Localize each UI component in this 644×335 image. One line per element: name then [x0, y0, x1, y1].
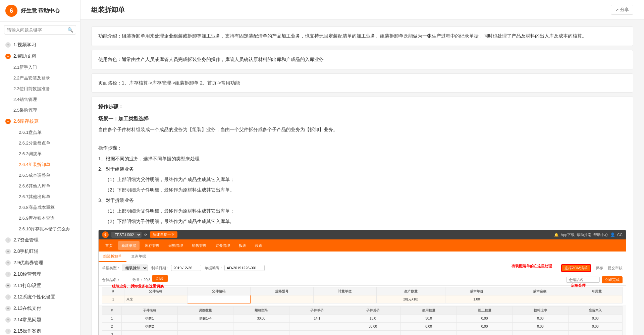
sidebar-item-partial-stocktake[interactable]: 2.6.2分量盘点单: [0, 138, 80, 149]
ss-num-input[interactable]: [224, 265, 265, 271]
ss-col-cost-amt: 成本金额: [508, 287, 571, 295]
role-text: 使用角色：通常由生产人员或库管人员完成拆装业务的操作，库管人员确认原材料的出库和…: [98, 57, 324, 62]
sidebar-item-label: 2.帮助文档: [13, 53, 36, 59]
ss-new-bill-btn[interactable]: 新建单据一下: [150, 231, 177, 238]
sidebar-item-newbie[interactable]: 2.1新手入门: [0, 62, 80, 73]
sidebar-item-personalize[interactable]: + 2.12系统个性化设置: [0, 291, 80, 303]
sidebar-item-label: 2.6库存核算: [13, 118, 39, 124]
sidebar-item-print[interactable]: + 2.11打印设置: [0, 280, 80, 291]
expand-icon9: +: [5, 317, 11, 323]
ss-bom-btn[interactable]: 选择BOM清单: [561, 264, 591, 272]
ss-tab-assembly[interactable]: 组装拆卸单: [99, 252, 126, 262]
ss-date-input[interactable]: [171, 265, 201, 271]
sidebar-item-transfer[interactable]: 2.6.3调拨单: [0, 149, 80, 159]
sidebar-item-other-in[interactable]: 2.6.6其他入库单: [0, 181, 80, 191]
screenshot-container: 6 TEST-H002 ⟳ 新建单据一下 🔔 App下载 帮助指南 帮助中心 👤: [98, 230, 626, 335]
sidebar-item-cases[interactable]: + 2.15操作案例: [0, 326, 80, 335]
ss-tab-other[interactable]: 查询单据: [126, 252, 151, 262]
ss-sub-col-actual: 实际M入: [568, 306, 622, 314]
ss-col-cost-price: 成本单价: [445, 287, 508, 295]
main-header: 组装拆卸单 ↗ 分享: [80, 0, 644, 20]
sidebar-item-help[interactable]: − 2.帮助文档: [0, 51, 80, 62]
search-input[interactable]: [7, 27, 67, 33]
ss-nav-finance[interactable]: 财务管理: [212, 241, 233, 250]
ss-cell-prod-qty: 20(元+10): [376, 295, 445, 303]
sidebar-item-label: 2.13在线支付: [13, 305, 41, 312]
sidebar-item-other-out[interactable]: 2.6.7其他出库单: [0, 191, 80, 202]
expand-icon7: +: [5, 294, 11, 300]
ss-date-field: 制单日期：: [151, 265, 201, 271]
sidebar-item-faq[interactable]: + 2.14常见问题: [0, 314, 80, 326]
screenshot-inner: 6 TEST-H002 ⟳ 新建单据一下 🔔 App下载 帮助指南 帮助中心 👤: [99, 230, 626, 335]
step2-sub1: （1）上部明细为父件明细，最终作为产成品生成其它入库单；: [105, 175, 626, 184]
ss-sub-col-use-qty: 使用数量: [401, 306, 457, 314]
ss-app-link[interactable]: App下载: [561, 232, 575, 238]
intro-card: 功能介绍：组装拆卸单用来处理企业组装或拆卸等加工业务，支持有固定装配清单的产品加…: [91, 26, 633, 46]
step3-sub2: （2）下部明细为子件明细，最终作为产成品生成其它入库单。: [105, 217, 626, 226]
ss-type-toggle-btn[interactable]: 组装: [152, 275, 168, 282]
ss-nav-report[interactable]: 报表: [235, 241, 250, 250]
ss-nav-inventory[interactable]: 库存管理: [142, 241, 163, 250]
sidebar-item-label: 2.8手机旺辅: [13, 248, 39, 255]
sidebar-item-sales[interactable]: 2.4销售管理: [0, 94, 80, 105]
callout-bom-arrow: →: [569, 264, 574, 272]
sidebar-item-cost-recalc[interactable]: 2.6.8商品成本重算: [0, 202, 80, 213]
sidebar-item-ledger-fix[interactable]: 2.6.10库存账本错了怎么办: [0, 224, 80, 234]
sidebar-item-data[interactable]: 2.3使用前数据准备: [0, 83, 80, 94]
sidebar-item-purchase[interactable]: 2.5采购管理: [0, 105, 80, 116]
sidebar-item-coupon[interactable]: + 2.9优惠券管理: [0, 257, 80, 269]
ss-type-field: 单据类型： 组装拆卸: [102, 265, 148, 271]
ss-topbar-right: 🔔 App下载 帮助指南 帮助中心 👤 CC: [554, 231, 623, 238]
ss-cell-unit: [313, 295, 376, 303]
ss-company-select[interactable]: TEST-H002: [111, 232, 142, 238]
ss-guide-link[interactable]: 帮助指南: [577, 232, 591, 238]
path-text: 页面路径：1、库存核算->库存管理->组装拆卸单 2、首页->常用功能: [98, 80, 240, 86]
ss-nav-home[interactable]: 首页: [102, 241, 116, 250]
sidebar-item-label: 2.9优惠券管理: [13, 260, 43, 266]
scenario1-title: 场景一：加工类型选择: [98, 114, 626, 123]
ss-cell-name: 米米: [124, 295, 187, 303]
sidebar-item-cost-adj[interactable]: 2.6.5成本调整单: [0, 170, 80, 181]
ss-submit-btn[interactable]: 提交审核: [608, 265, 623, 271]
ss-sub-col-num: #: [102, 306, 122, 314]
sidebar-item-assembly[interactable]: 2.6.4组装拆卸单: [0, 159, 80, 170]
sidebar-item-finance[interactable]: + 2.7资金管理: [0, 234, 80, 246]
sidebar-item-stocktake[interactable]: 2.6.1盘点单: [0, 127, 80, 138]
collapse-sub-icon: −: [5, 119, 11, 124]
collapse-icon: −: [5, 54, 11, 59]
sidebar-item-ops[interactable]: + 2.10经营管理: [0, 269, 80, 280]
expand-icon: +: [5, 42, 11, 48]
ss-save-btn[interactable]: 保存: [596, 265, 603, 271]
ss-col-qty: 生产数量: [376, 287, 445, 295]
ss-type-select[interactable]: 组装拆卸: [122, 265, 148, 271]
expand-icon4: +: [5, 260, 11, 266]
ss-avatar-icon: 👤: [610, 231, 615, 238]
ss-sub-col-loss: 损耗比率: [513, 306, 568, 314]
sidebar-item-label: 2.15操作案例: [13, 328, 41, 334]
ss-nav-purchase[interactable]: 采购管理: [165, 241, 186, 250]
search-box[interactable]: 🔍: [4, 25, 76, 35]
ss-search-input[interactable]: [566, 277, 600, 283]
sidebar-item-label: 1.视频学习: [13, 42, 36, 48]
share-button[interactable]: ↗ 分享: [611, 5, 633, 15]
sidebar-item-payment[interactable]: + 2.13在线支付: [0, 303, 80, 314]
sidebar-item-video[interactable]: + 1.视频学习: [0, 39, 80, 51]
sidebar-item-label: 2.7资金管理: [13, 237, 39, 243]
ss-nav-new-bill[interactable]: 新建单据: [118, 241, 140, 250]
expand-icon3: +: [5, 249, 11, 254]
ss-type-toggle-area: 组装: [152, 275, 168, 282]
sidebar-item-ledger-query[interactable]: 2.6.9库存账本查询: [0, 213, 80, 224]
ss-form-area: 单据类型： 组装拆卸 制单日期： 单据编号：: [99, 262, 626, 274]
ss-confirm-btn[interactable]: 立即完成: [602, 276, 623, 283]
ops-title: 操作步骤：: [98, 102, 626, 111]
sidebar-item-label: 2.12系统个性化设置: [13, 294, 55, 300]
sidebar-item-inventory[interactable]: − 2.6库存核算: [0, 116, 80, 127]
sidebar-item-mobile[interactable]: + 2.8手机旺辅: [0, 246, 80, 257]
main-area: 组装拆卸单 ↗ 分享 功能介绍：组装拆卸单用来处理企业组装或拆卸等加工业务，支持…: [80, 0, 644, 335]
ss-cell-code[interactable]: [187, 295, 250, 303]
ss-nav-settings[interactable]: 设置: [252, 241, 266, 250]
ss-nav-sales[interactable]: 销售管理: [189, 241, 210, 250]
expand-icon6: +: [5, 283, 11, 288]
ss-help-link[interactable]: 帮助中心: [593, 232, 608, 238]
sidebar-item-install[interactable]: 2.2产品安装及登录: [0, 73, 80, 83]
